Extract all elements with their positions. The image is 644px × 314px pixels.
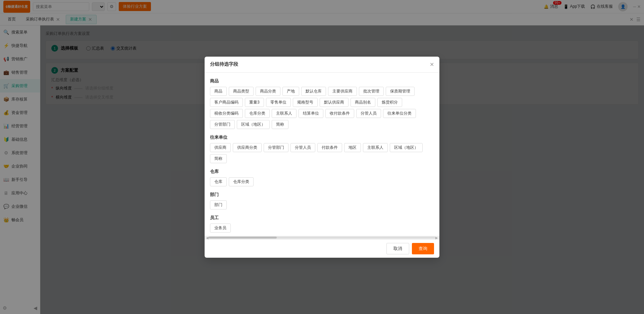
field-tag-warehouse-category[interactable]: 仓库分类 <box>245 109 270 118</box>
section-partner-tags: 供应商 供应商分类 分管部门 分管人员 付款条件 地区 主联系人 区域（地区） … <box>210 143 434 163</box>
section-staff-title: 员工 <box>210 215 434 221</box>
modal-scrollbar[interactable]: ◀ ▶ <box>205 236 439 239</box>
field-tag-origin[interactable]: 产地 <box>282 87 299 96</box>
section-warehouse-tags: 仓库 仓库分类 <box>210 177 434 186</box>
field-tag-main-contact-partner[interactable]: 主联系人 <box>363 143 388 152</box>
field-tag-payment-terms[interactable]: 收付款条件 <box>325 109 354 118</box>
modal-body: 商品 商品 商品类型 商品分类 产地 默认仓库 主要供应商 批次管理 保质期管理… <box>205 73 439 236</box>
field-tag-mgmt-dept[interactable]: 分管部门 <box>210 120 235 129</box>
modal-title: 分组待选字段 <box>210 61 238 67</box>
field-tag-abbr-partner[interactable]: 简称 <box>210 154 227 163</box>
field-tag-default-warehouse[interactable]: 默认仓库 <box>301 87 326 96</box>
modal-backdrop: 分组待选字段 ✕ 商品 商品 商品类型 商品分类 产地 默认仓库 主要供应商 批… <box>0 0 644 314</box>
field-tag-shelf-life[interactable]: 保质期管理 <box>386 87 415 96</box>
field-tag-product-alias[interactable]: 商品别名 <box>351 98 375 107</box>
field-tag-retail-unit[interactable]: 零售单位 <box>266 98 291 107</box>
field-tag-weight3[interactable]: 重量3 <box>245 98 264 107</box>
modal-confirm-button[interactable]: 查询 <box>412 243 434 254</box>
field-tag-spec-model[interactable]: 规格型号 <box>293 98 318 107</box>
field-tag-product-type[interactable]: 商品类型 <box>229 87 254 96</box>
field-tag-points[interactable]: 炼货积分 <box>377 98 402 107</box>
field-tag-warehouse-cat[interactable]: 仓库分类 <box>229 177 254 186</box>
field-tag-area[interactable]: 地区 <box>344 143 361 152</box>
field-tag-region-partner[interactable]: 区域（地区） <box>390 143 423 152</box>
field-tag-tax-code[interactable]: 税收分类编码 <box>210 109 243 118</box>
modal-footer: 取消 查询 <box>205 239 439 258</box>
field-tag-supplier[interactable]: 供应商 <box>210 143 231 152</box>
section-dept: 部门 部门 <box>210 192 434 209</box>
field-tag-batch-mgmt[interactable]: 批次管理 <box>359 87 384 96</box>
field-tag-warehouse[interactable]: 仓库 <box>210 177 227 186</box>
field-tag-supplier-category[interactable]: 供应商分类 <box>233 143 262 152</box>
modal-header: 分组待选字段 ✕ <box>205 57 439 73</box>
section-staff: 员工 业务员 <box>210 215 434 233</box>
field-tag-payment-cond[interactable]: 付款条件 <box>317 143 342 152</box>
section-dept-tags: 部门 <box>210 200 434 209</box>
section-partner-title: 往来单位 <box>210 134 434 140</box>
field-tag-dept-mgmt[interactable]: 分管部门 <box>264 143 288 152</box>
section-warehouse-title: 仓库 <box>210 169 434 175</box>
field-tag-main-contact[interactable]: 主联系人 <box>272 109 297 118</box>
section-product-tags: 商品 商品类型 商品分类 产地 默认仓库 主要供应商 批次管理 保质期管理 客户… <box>210 87 434 129</box>
modal-close-button[interactable]: ✕ <box>430 61 434 68</box>
modal-cancel-button[interactable]: 取消 <box>386 243 409 254</box>
scroll-thumb <box>209 237 277 239</box>
field-tag-settlement-unit[interactable]: 结算单位 <box>299 109 323 118</box>
field-tag-region-product[interactable]: 区域（地区） <box>237 120 270 129</box>
section-warehouse: 仓库 仓库 仓库分类 <box>210 169 434 186</box>
field-tag-manager[interactable]: 分管人员 <box>356 109 381 118</box>
field-tag-main-supplier[interactable]: 主要供应商 <box>328 87 357 96</box>
field-tag-abbr[interactable]: 简称 <box>272 120 288 129</box>
field-tag-salesperson[interactable]: 业务员 <box>210 224 231 233</box>
field-tag-partner-category[interactable]: 往来单位分类 <box>383 109 416 118</box>
scroll-track <box>209 237 435 239</box>
field-tag-product[interactable]: 商品 <box>210 87 227 96</box>
section-product-title: 商品 <box>210 78 434 84</box>
section-dept-title: 部门 <box>210 192 434 198</box>
field-selection-modal: 分组待选字段 ✕ 商品 商品 商品类型 商品分类 产地 默认仓库 主要供应商 批… <box>205 57 439 258</box>
field-tag-dept[interactable]: 部门 <box>210 200 227 209</box>
field-tag-default-supplier[interactable]: 默认供应商 <box>320 98 348 107</box>
field-tag-product-category[interactable]: 商品分类 <box>256 87 280 96</box>
section-product: 商品 商品 商品类型 商品分类 产地 默认仓库 主要供应商 批次管理 保质期管理… <box>210 78 434 129</box>
field-tag-dept-person[interactable]: 分管人员 <box>290 143 315 152</box>
section-partner: 往来单位 供应商 供应商分类 分管部门 分管人员 付款条件 地区 主联系人 区域… <box>210 134 434 163</box>
field-tag-customer-code[interactable]: 客户商品编码 <box>210 98 243 107</box>
section-staff-tags: 业务员 <box>210 224 434 233</box>
